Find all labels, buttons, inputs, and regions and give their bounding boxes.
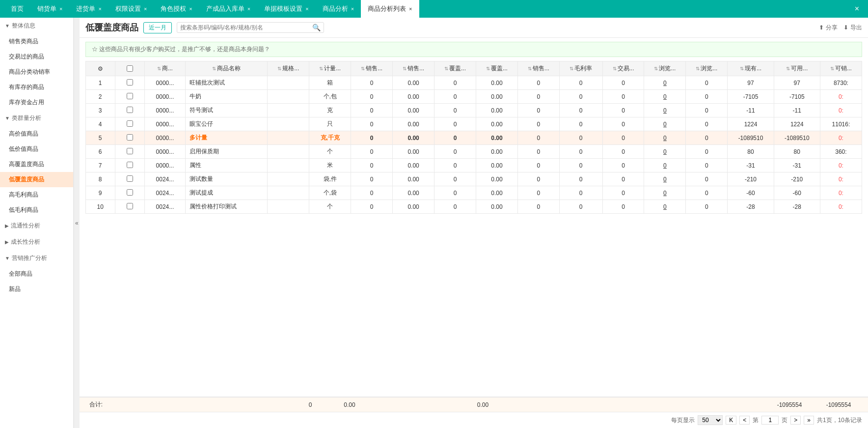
- sidebar-section-成长性分析[interactable]: ▶ 成长性分析: [0, 234, 73, 250]
- prev-page-button[interactable]: <: [739, 416, 750, 425]
- th-trade[interactable]: ⇅交易...: [602, 61, 644, 76]
- sidebar-section-流通性分析[interactable]: ▶ 流通性分析: [0, 218, 73, 234]
- time-filter-button[interactable]: 近一月: [143, 22, 172, 33]
- nav-sales[interactable]: 销货单 ×: [30, 0, 69, 18]
- export-button[interactable]: ⬇ 导出: [843, 24, 862, 32]
- sidebar-item-交易过的商品[interactable]: 交易过的商品: [0, 49, 73, 64]
- th-spec[interactable]: ⇅规格...: [268, 61, 309, 76]
- window-close-button[interactable]: ×: [850, 4, 864, 13]
- nav-template-close[interactable]: ×: [305, 0, 308, 18]
- th-unit[interactable]: ⇅计量...: [309, 61, 351, 76]
- nav-analysis[interactable]: 商品分析 ×: [316, 0, 361, 18]
- sidebar-item-低毛利商品[interactable]: 低毛利商品: [0, 202, 73, 218]
- row-browse1[interactable]: 0: [644, 186, 686, 200]
- nav-sales-close[interactable]: ×: [59, 0, 62, 18]
- sidebar-item-库存资金占用[interactable]: 库存资金占用: [0, 95, 73, 110]
- row-checkbox[interactable]: [115, 186, 144, 200]
- th-checkbox[interactable]: [115, 61, 144, 76]
- th-sales-amt[interactable]: ⇅销售...: [393, 61, 434, 76]
- row-browse1[interactable]: 0: [644, 159, 686, 172]
- page-number-input[interactable]: [761, 416, 779, 425]
- row-checkbox[interactable]: [115, 145, 144, 159]
- search-input[interactable]: [180, 24, 312, 31]
- search-icon[interactable]: 🔍: [312, 24, 321, 31]
- th-stock-avail[interactable]: ⇅可用...: [774, 61, 820, 76]
- row-browse1[interactable]: 0: [644, 104, 686, 117]
- sidebar-item-有库存的商品[interactable]: 有库存的商品: [0, 80, 73, 95]
- nav-production[interactable]: 产成品入库单 ×: [199, 0, 257, 18]
- row-select-checkbox[interactable]: [127, 203, 133, 209]
- th-code[interactable]: ⇅商...: [144, 61, 186, 76]
- row-browse1[interactable]: 0: [644, 145, 686, 159]
- row-select-checkbox[interactable]: [127, 175, 133, 182]
- th-stock-sell[interactable]: ⇅可销...: [820, 61, 862, 76]
- nav-role-close[interactable]: ×: [189, 0, 192, 18]
- th-name[interactable]: ⇅商品名称: [186, 61, 268, 76]
- th-stock-cur[interactable]: ⇅现有...: [728, 61, 774, 76]
- row-checkbox[interactable]: [115, 90, 144, 104]
- row-browse1[interactable]: 0: [644, 200, 686, 214]
- nav-permission[interactable]: 权限设置 ×: [108, 0, 154, 18]
- row-select-checkbox[interactable]: [127, 134, 133, 141]
- share-button[interactable]: ⬆ 分享: [819, 24, 838, 32]
- last-page-button[interactable]: »: [804, 416, 814, 425]
- nav-analysis-close[interactable]: ×: [351, 0, 354, 18]
- sidebar-item-高毛利商品[interactable]: 高毛利商品: [0, 187, 73, 202]
- nav-permission-close[interactable]: ×: [144, 0, 147, 18]
- th-cover1[interactable]: ⇅覆盖...: [434, 61, 476, 76]
- sidebar-item-商品分类动销率[interactable]: 商品分类动销率: [0, 64, 73, 80]
- nav-purchase-close[interactable]: ×: [98, 0, 101, 18]
- nav-template[interactable]: 单据模板设置 ×: [257, 0, 315, 18]
- row-select-checkbox[interactable]: [127, 93, 133, 99]
- row-select-checkbox[interactable]: [127, 162, 133, 168]
- th-browse2[interactable]: ⇅浏览...: [686, 61, 728, 76]
- row-checkbox[interactable]: [115, 200, 144, 214]
- sidebar-item-新品[interactable]: 新品: [0, 282, 73, 297]
- sidebar-section-整体信息[interactable]: ▼ 整体信息: [0, 18, 73, 34]
- nav-role[interactable]: 角色授权 ×: [154, 0, 199, 18]
- row-unit: 克,千克: [309, 131, 351, 145]
- nav-analysis-list-close[interactable]: ×: [409, 0, 412, 18]
- nav-home[interactable]: 首页: [4, 0, 30, 18]
- sidebar-collapse-button[interactable]: «: [74, 18, 80, 428]
- row-browse1[interactable]: 0: [644, 172, 686, 186]
- data-table-wrapper[interactable]: ⚙ ⇅商... ⇅商品名称 ⇅规格... ⇅计量... ⇅销售... ⇅销售..…: [85, 61, 862, 397]
- th-settings[interactable]: ⚙: [85, 61, 115, 76]
- row-select-checkbox[interactable]: [127, 148, 133, 154]
- row-browse1[interactable]: 0: [644, 131, 686, 145]
- sidebar-item-低价值商品[interactable]: 低价值商品: [0, 142, 73, 157]
- nav-production-close[interactable]: ×: [247, 0, 250, 18]
- th-cover2[interactable]: ⇅覆盖...: [476, 61, 517, 76]
- nav-analysis-list[interactable]: 商品分析列表 ×: [361, 0, 419, 18]
- sidebar-item-销售类商品[interactable]: 销售类商品: [0, 34, 73, 49]
- row-select-checkbox[interactable]: [127, 189, 133, 196]
- th-sales-qty[interactable]: ⇅销售...: [351, 61, 393, 76]
- row-browse1[interactable]: 0: [644, 76, 686, 90]
- th-sales-days[interactable]: ⇅销售...: [517, 61, 559, 76]
- sidebar-section-营销推广分析[interactable]: ▼ 营销推广分析: [0, 250, 73, 266]
- first-page-button[interactable]: K: [726, 416, 736, 425]
- next-page-button[interactable]: >: [790, 416, 801, 425]
- sidebar-item-低覆盖度商品[interactable]: 低覆盖度商品: [0, 172, 73, 187]
- th-browse1[interactable]: ⇅浏览...: [644, 61, 686, 76]
- nav-purchase[interactable]: 进货单 ×: [69, 0, 108, 18]
- row-browse1[interactable]: 0: [644, 117, 686, 131]
- row-checkbox[interactable]: [115, 159, 144, 172]
- select-all-checkbox[interactable]: [127, 65, 133, 72]
- sidebar-item-高覆盖度商品[interactable]: 高覆盖度商品: [0, 157, 73, 172]
- sidebar-item-全部商品[interactable]: 全部商品: [0, 266, 73, 282]
- row-select-checkbox[interactable]: [127, 107, 133, 113]
- row-checkbox[interactable]: [115, 131, 144, 145]
- row-checkbox[interactable]: [115, 104, 144, 117]
- row-checkbox[interactable]: [115, 117, 144, 131]
- row-checkbox[interactable]: [115, 172, 144, 186]
- page-size-select[interactable]: 50 20 100: [698, 415, 723, 425]
- row-select-checkbox[interactable]: [127, 79, 133, 86]
- th-gross-rate[interactable]: ⇅毛利率: [559, 61, 602, 76]
- row-checkbox[interactable]: [115, 76, 144, 90]
- row-select-checkbox[interactable]: [127, 120, 133, 127]
- sidebar-item-高价值商品[interactable]: 高价值商品: [0, 126, 73, 142]
- row-browse1[interactable]: 0: [644, 90, 686, 104]
- sidebar-section-类群量分析[interactable]: ▼ 类群量分析: [0, 110, 73, 126]
- settings-icon[interactable]: ⚙: [98, 65, 103, 72]
